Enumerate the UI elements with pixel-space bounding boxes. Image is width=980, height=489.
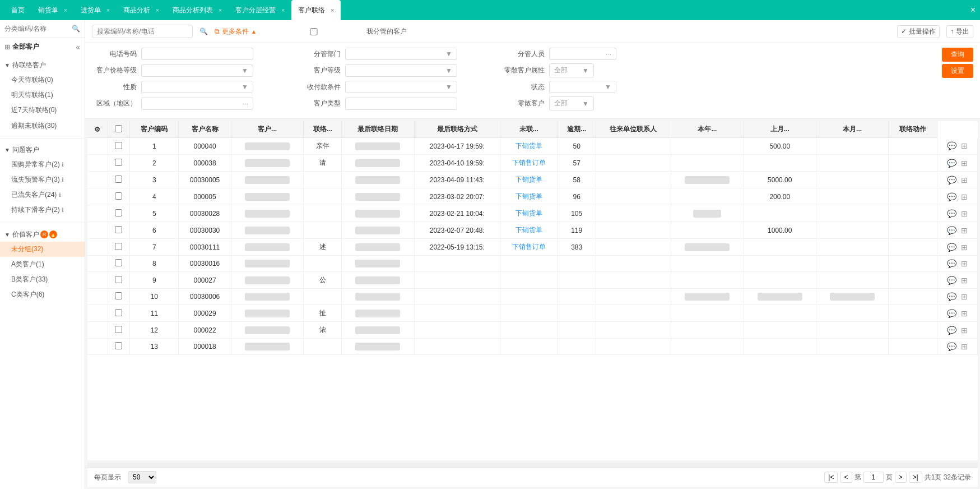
reset-button[interactable]: 设置	[942, 64, 973, 78]
td-checkbox[interactable]	[108, 138, 130, 155]
sidebar-search-input[interactable]	[4, 25, 72, 33]
sidebar-item-tomorrow[interactable]: 明天待联络(1)	[0, 87, 85, 103]
chat-icon[interactable]: 💬	[947, 209, 956, 218]
link-cell[interactable]: 下销货单	[515, 209, 542, 217]
region-select[interactable]: ···	[141, 98, 253, 110]
row-checkbox[interactable]	[115, 176, 122, 183]
retail-select[interactable]: 全部 ▼	[549, 96, 594, 110]
row-checkbox[interactable]	[115, 276, 122, 283]
sidebar-item-overdue[interactable]: 逾期未联络(30)	[0, 118, 85, 133]
link-cell[interactable]: 下销货单	[515, 142, 542, 150]
status-select[interactable]: ▼	[549, 81, 616, 93]
grid-icon[interactable]: ⊞	[961, 159, 968, 168]
chat-icon[interactable]: 💬	[947, 276, 956, 285]
td-checkbox[interactable]	[108, 172, 130, 188]
grid-icon[interactable]: ⊞	[961, 209, 968, 218]
last-page-btn[interactable]: >|	[909, 472, 922, 483]
td-checkbox[interactable]	[108, 239, 130, 256]
sidebar-item-hoarding[interactable]: 囤购异常客户(2) ℹ	[0, 157, 85, 172]
chat-icon[interactable]: 💬	[947, 292, 956, 301]
grid-icon[interactable]: ⊞	[961, 292, 968, 301]
close-customer-segment-icon[interactable]: ×	[281, 7, 285, 13]
grid-icon[interactable]: ⊞	[961, 309, 968, 318]
cust-grade-select[interactable]: ▼	[345, 64, 457, 77]
grid-icon[interactable]: ⊞	[961, 259, 968, 268]
prev-page-btn[interactable]: <	[840, 472, 852, 483]
retail-attr-select[interactable]: 全部 ▼	[549, 63, 594, 77]
grid-icon[interactable]: ⊞	[961, 141, 968, 150]
sidebar-item-declining[interactable]: 持续下滑客户(2) ℹ	[0, 202, 85, 218]
price-grade-select[interactable]: ▼	[141, 64, 253, 77]
td-checkbox[interactable]	[108, 289, 130, 305]
value-customer-title[interactable]: ▼ 价值客户 R 🔥	[0, 228, 85, 242]
pending-contact-title[interactable]: ▼ 待联络客户	[0, 58, 85, 72]
sidebar-item-b-class[interactable]: B类客户(33)	[0, 272, 85, 287]
query-button[interactable]: 查询	[942, 48, 973, 62]
search-icon[interactable]: 🔍	[199, 27, 208, 35]
link-cell[interactable]: 下销货单	[515, 176, 542, 183]
link-cell[interactable]: 下销货单	[515, 226, 542, 234]
row-checkbox[interactable]	[115, 259, 122, 266]
grid-icon[interactable]: ⊞	[961, 276, 968, 285]
nav-customer-segment[interactable]: 客户分层经营 ×	[229, 0, 291, 20]
nature-select[interactable]: ▼	[141, 81, 253, 93]
row-checkbox[interactable]	[115, 226, 122, 233]
horizontal-scrollbar[interactable]	[87, 463, 978, 467]
grid-icon[interactable]: ⊞	[961, 243, 968, 252]
close-purchase-icon[interactable]: ×	[106, 7, 110, 13]
nav-sales[interactable]: 销货单 ×	[31, 0, 74, 20]
select-all-checkbox[interactable]	[115, 125, 122, 132]
row-checkbox[interactable]	[115, 342, 122, 349]
sidebar-item-lost[interactable]: 已流失客户(24) ℹ	[0, 187, 85, 202]
td-checkbox[interactable]	[108, 222, 130, 239]
first-page-btn[interactable]: |<	[824, 472, 838, 483]
td-checkbox[interactable]	[108, 256, 130, 272]
my-customers-checkbox[interactable]: 我分管的客户	[263, 27, 407, 36]
th-settings[interactable]: ⚙	[87, 121, 108, 138]
row-checkbox[interactable]	[115, 243, 122, 250]
chat-icon[interactable]: 💬	[947, 176, 956, 184]
dept-select[interactable]: ▼	[345, 48, 457, 60]
nav-purchase[interactable]: 进货单 ×	[74, 0, 117, 20]
row-checkbox[interactable]	[115, 192, 122, 200]
nav-goods-analysis[interactable]: 商品分析 ×	[117, 0, 166, 20]
payment-select[interactable]: ▼	[345, 81, 457, 93]
export-btn[interactable]: ↑ 导出	[946, 25, 973, 38]
page-size-select[interactable]: 50 20 100	[128, 471, 156, 483]
batch-operation-btn[interactable]: ✓ 批量操作	[897, 25, 940, 38]
grid-icon[interactable]: ⊞	[961, 326, 968, 335]
td-checkbox[interactable]	[108, 305, 130, 322]
close-sales-icon[interactable]: ×	[64, 7, 67, 13]
close-customer-contact-icon[interactable]: ×	[331, 7, 334, 13]
cust-type-input[interactable]	[345, 98, 457, 110]
chat-icon[interactable]: 💬	[947, 326, 956, 335]
chat-icon[interactable]: 💬	[947, 342, 956, 351]
more-conditions-btn[interactable]: ⧉ 更多条件 ▲	[215, 27, 257, 36]
row-checkbox[interactable]	[115, 309, 122, 316]
person-select[interactable]: ···	[549, 48, 616, 60]
grid-icon[interactable]: ⊞	[961, 192, 968, 201]
chat-icon[interactable]: 💬	[947, 159, 956, 168]
grid-icon[interactable]: ⊞	[961, 176, 968, 184]
link-cell[interactable]: 下销售订单	[512, 159, 546, 167]
nav-home[interactable]: 首页	[4, 0, 31, 20]
close-goods-list-icon[interactable]: ×	[219, 7, 222, 13]
problem-customer-title[interactable]: ▼ 问题客户	[0, 143, 85, 157]
window-close-icon[interactable]: ×	[970, 5, 976, 15]
link-cell[interactable]: 下销货单	[515, 192, 542, 200]
chat-icon[interactable]: 💬	[947, 309, 956, 318]
chat-icon[interactable]: 💬	[947, 259, 956, 268]
search-input[interactable]	[92, 25, 193, 38]
next-page-btn[interactable]: >	[895, 472, 907, 483]
row-checkbox[interactable]	[115, 326, 122, 333]
nav-customer-contact[interactable]: 客户联络 ×	[291, 0, 341, 20]
link-cell[interactable]: 下销售订单	[512, 243, 546, 251]
row-checkbox[interactable]	[115, 159, 122, 166]
chat-icon[interactable]: 💬	[947, 243, 956, 252]
sidebar-item-ungrouped[interactable]: 未分组(32)	[0, 242, 85, 257]
all-customers-header[interactable]: ⊞ 全部客户 «	[0, 38, 85, 56]
page-number-input[interactable]	[863, 472, 884, 483]
nav-goods-list[interactable]: 商品分析列表 ×	[166, 0, 229, 20]
td-checkbox[interactable]	[108, 339, 130, 355]
td-checkbox[interactable]	[108, 188, 130, 205]
